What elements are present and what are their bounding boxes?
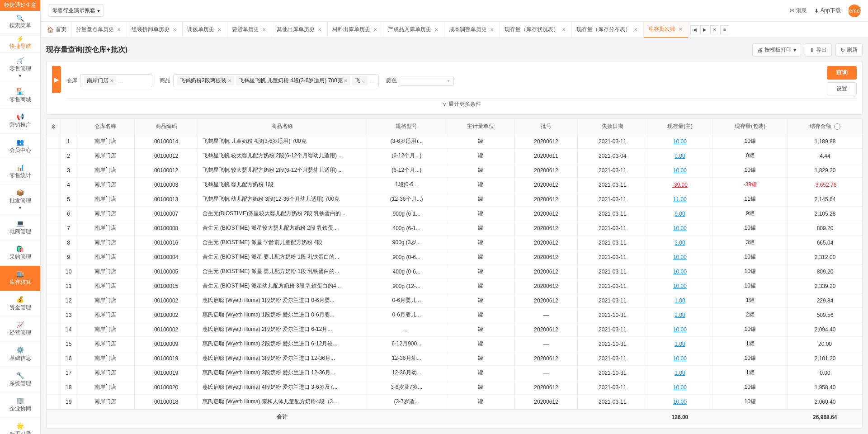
sidebar-item-search[interactable]: 🔍 搜索菜单 [0, 11, 40, 33]
messages-btn[interactable]: ✉ 消息 [790, 7, 807, 14]
balance-info-icon[interactable]: i [834, 123, 840, 130]
tab-split-disc[interactable]: 分量盘点单历史 ✕ [71, 22, 127, 38]
tab-batch-posting[interactable]: 库存批次账 ✕ [644, 22, 689, 38]
sidebar-item-retail-stats[interactable]: 📊 零售统计 [0, 159, 40, 184]
row-num: 2 [61, 149, 76, 163]
sidebar-item-marketing[interactable]: 📢 营销推广 [0, 108, 40, 134]
row-stock-main[interactable]: 9.00 [647, 207, 712, 221]
sidebar-item-ecommerce[interactable]: 💻 电商管理 [0, 215, 40, 241]
tab-group-dismantle[interactable]: 组装拆卸单历史 ✕ [127, 22, 183, 38]
row-stock-pkg: 0罐 [712, 149, 788, 163]
sidebar-item-purchase[interactable]: 🛍️ 采购管理 [0, 241, 40, 266]
tab-material-outbound[interactable]: 材料出库单历史 ✕ [328, 22, 383, 38]
tab-close-split-disc[interactable]: ✕ [116, 27, 122, 33]
row-stock-main[interactable]: -39.00 [647, 178, 712, 192]
row-batch: 20200612 [514, 192, 577, 207]
tab-home[interactable]: 🏠 首页 [42, 22, 71, 38]
app-download-btn[interactable]: ⬇ App下载 [814, 7, 841, 14]
row-stock-main[interactable]: 10.00 [647, 380, 712, 395]
row-code: 00100019 [135, 351, 198, 366]
tab-stock-dist[interactable]: 现存量（库存分布表） ✕ [572, 22, 644, 38]
sidebar-item-quick-nav[interactable]: ⚡ 快捷导航 [0, 33, 40, 52]
row-warehouse: 南岸门店 [76, 221, 135, 236]
goods-tag-1-remove[interactable]: ✕ [228, 78, 231, 83]
goods-input[interactable]: 飞鹤奶粉3段两提装 ✕ 飞鹤星飞帆 儿童奶粉 4段(3-6岁适用) 700克 ✕… [173, 74, 379, 87]
row-stock-main[interactable]: 10.00 [647, 250, 712, 264]
row-stock-main[interactable]: 3.00 [647, 236, 712, 250]
row-spec: 400g (0-6... [367, 264, 446, 279]
row-warehouse: 南岸门店 [76, 163, 135, 178]
tab-cost-adjust[interactable]: 成本调整单历史 ✕ [444, 22, 500, 38]
row-stock-main[interactable]: 1.00 [647, 366, 712, 380]
refresh-button[interactable]: ↻ 刷新 [835, 43, 863, 57]
row-expire: 2021-03-11 [578, 293, 647, 308]
row-stock-main[interactable]: 10.00 [647, 395, 712, 410]
row-stock-main[interactable]: 10.00 [647, 264, 712, 279]
color-input[interactable]: ▾ [400, 76, 454, 86]
sidebar-item-basic[interactable]: ⚙️ 基础信息 [0, 342, 40, 367]
tab-close-group-dismantle[interactable]: ✕ [171, 27, 178, 33]
sidebar-item-inventory[interactable]: 🏬 库存核算 [0, 266, 40, 291]
row-warehouse: 南岸门店 [76, 236, 135, 250]
sidebar-item-operation[interactable]: 📈 经营管理 [0, 316, 40, 342]
warehouse-tag-remove[interactable]: ✕ [110, 78, 113, 83]
row-stock-main[interactable]: 1.00 [647, 337, 712, 351]
sidebar-item-retail-mall[interactable]: 🏪 零售商城 [0, 83, 40, 108]
settings-button[interactable]: 设置 [827, 82, 857, 95]
row-stock-main[interactable]: 2.00 [647, 308, 712, 322]
tab-menu-btn[interactable]: ≡ [720, 25, 729, 34]
row-stock-main[interactable]: 10.00 [647, 279, 712, 293]
export-button[interactable]: ⬆ 导出 [805, 43, 832, 57]
row-stock-main[interactable]: 10.00 [647, 163, 712, 178]
goods-tag-2-remove[interactable]: ✕ [344, 78, 348, 83]
sidebar-item-retail[interactable]: 🛒 零售管理 ▼ [0, 52, 40, 83]
row-stock-main[interactable]: 10.00 [647, 351, 712, 366]
row-checkbox [47, 351, 61, 366]
row-stock-main[interactable]: 0.00 [647, 149, 712, 163]
filter-sidebar-toggle[interactable]: ▶ [52, 66, 61, 93]
tab-close-material-outbound[interactable]: ✕ [372, 27, 378, 33]
tab-stock-status[interactable]: 现存量（库存状况表） ✕ [500, 22, 572, 38]
print-button[interactable]: 🖨 按模板打印 ▾ [752, 43, 801, 57]
tab-requisition[interactable]: 要货单历史 ✕ [227, 22, 272, 38]
query-button[interactable]: 查询 [827, 66, 857, 80]
row-stock-main[interactable]: 10.00 [647, 134, 712, 149]
tab-close-product-inbound[interactable]: ✕ [433, 27, 439, 33]
row-stock-main[interactable]: 11.00 [647, 192, 712, 207]
tab-close-stock-status[interactable]: ✕ [561, 27, 567, 33]
tab-prev-btn[interactable]: ◀ [690, 25, 699, 34]
tab-close-current-btn[interactable]: ✕ [710, 25, 719, 34]
tab-next-btn[interactable]: ▶ [700, 25, 709, 34]
inventory-table: ⚙ 仓库名称 商品编码 商品名称 规格型号 主计量单位 批号 失效日期 现存量(… [47, 119, 862, 425]
tab-close-other-outbound[interactable]: ✕ [316, 27, 323, 33]
tab-close-cost-adjust[interactable]: ✕ [489, 27, 495, 33]
sidebar-item-system[interactable]: 🔧 系统管理 [0, 367, 40, 392]
row-expire: 2021-10-31 [578, 366, 647, 380]
tab-transfer[interactable]: 调拨单历史 ✕ [183, 22, 227, 38]
sidebar-item-newbie[interactable]: 🌟 新手引导 [0, 418, 40, 434]
sidebar-item-finance[interactable]: 💰 资金管理 [0, 291, 40, 316]
tab-close-stock-dist[interactable]: ✕ [632, 27, 639, 33]
row-stock-main[interactable]: 1.00 [647, 293, 712, 308]
row-name: 合生元 (BIOSTIME) 派星 学龄前儿童配方奶粉 4段 [198, 236, 367, 250]
tab-close-requisition[interactable]: ✕ [261, 27, 267, 33]
sidebar-item-wholesale[interactable]: 📦 批发管理 ▼ [0, 184, 40, 215]
row-spec: 900g (12-... [367, 279, 446, 293]
warehouse-input[interactable]: 南岸门店 ✕ … [80, 74, 152, 87]
tab-product-inbound[interactable]: 产成品入库单历史 ✕ [383, 22, 444, 38]
row-balance: 509.56 [788, 308, 862, 322]
expand-more-toggle[interactable]: ⋎ 展开更多条件 [66, 98, 857, 110]
row-stock-main[interactable]: 10.00 [647, 221, 712, 236]
settings-gear-icon[interactable]: ⚙ [51, 123, 56, 130]
sidebar-item-enterprise[interactable]: 🏢 企业协同 [0, 392, 40, 418]
tab-other-outbound[interactable]: 其他出库单历史 ✕ [272, 22, 328, 38]
row-stock-main[interactable]: 10.00 [647, 322, 712, 337]
page-actions: 🖨 按模板打印 ▾ ⬆ 导出 ↻ 刷新 [752, 43, 863, 57]
warehouse-selector[interactable]: 母婴行业演示账套 ▾ [48, 5, 104, 17]
sidebar-item-member[interactable]: 👥 会员中心 [0, 134, 40, 159]
user-info[interactable]: demo2 [848, 5, 861, 17]
row-code: 00100002 [135, 322, 198, 337]
tab-close-batch-posting[interactable]: ✕ [677, 26, 684, 33]
tab-close-transfer[interactable]: ✕ [216, 27, 222, 33]
table-scroll[interactable]: ⚙ 仓库名称 商品编码 商品名称 规格型号 主计量单位 批号 失效日期 现存量(… [47, 119, 862, 428]
